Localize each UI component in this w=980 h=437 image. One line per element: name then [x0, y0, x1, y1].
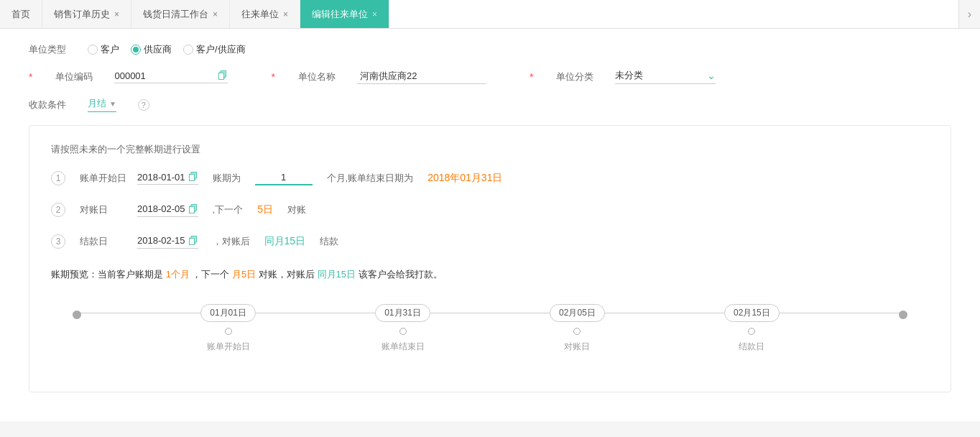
timeline-item-3: 02月15日 结款日: [724, 304, 780, 353]
tab-home[interactable]: 首页: [0, 0, 42, 28]
preview-mid1: ，下一个: [192, 269, 229, 280]
unit-code-label: 单位编码: [55, 70, 93, 83]
unit-code-field: 000001 🗍: [114, 70, 228, 83]
unit-name-input[interactable]: [357, 70, 486, 84]
period-num-1: 1: [51, 171, 65, 185]
cat-required-star: *: [530, 71, 533, 83]
radio-supplier-dot: [133, 47, 139, 52]
period-suffix-pre-2: ,下一个: [213, 203, 244, 216]
timeline-label-1: 账单结束日: [382, 341, 425, 353]
tab-partner-label: 往来单位: [241, 8, 279, 21]
radio-customer-label: 客户: [101, 43, 119, 56]
radio-supplier-circle: [131, 45, 141, 55]
preview-highlight2: 月5日: [232, 269, 256, 280]
tab-edit-partner-label: 编辑往来单位: [312, 8, 368, 21]
timeline-item-0: 01月01日 账单开始日: [200, 304, 256, 353]
preview-text: 账期预览：当前客户账期是 1个月 ，下一个 月5日 对账，对账后 同月15日 该…: [51, 266, 929, 282]
radio-both-circle: [183, 45, 193, 55]
period-cal-icon-1[interactable]: 🗍: [188, 171, 198, 183]
timeline-badge-3: 02月15日: [724, 304, 780, 322]
timeline-dot-1: [399, 328, 407, 335]
period-suffix-pre-3: ，对账后: [213, 235, 250, 248]
period-cal-icon-2[interactable]: 🗍: [188, 203, 198, 215]
unit-type-row: 单位类型 客户 供应商 客户/供应商: [29, 43, 951, 56]
timeline-label-2: 对账日: [564, 341, 590, 353]
timeline-dot-end-cap: [899, 310, 907, 319]
period-end-date-1: 2018年01月31日: [427, 172, 502, 185]
timeline-badge-2: 02月05日: [550, 304, 605, 322]
period-suffix-pre-1: 账期为: [213, 172, 241, 185]
payment-value: 月结: [88, 97, 106, 110]
payment-row: 收款条件 月结 ▼ ?: [29, 97, 951, 112]
preview-suffix: 该客户会给我打款。: [359, 269, 443, 280]
radio-both[interactable]: 客户/供应商: [183, 43, 246, 56]
period-row-1: 1 账单开始日 2018-01-01 🗍 账期为 个月,账单结束日期为 2018…: [51, 170, 929, 185]
period-suffix-post-2: 对账: [287, 203, 306, 216]
unit-category-dropdown[interactable]: 未分类 ⌄: [615, 69, 716, 84]
radio-customer[interactable]: 客户: [88, 43, 119, 56]
timeline-dot-3: [748, 328, 755, 335]
timeline-item-2: 02月05日 对账日: [550, 304, 605, 353]
period-label-3: 结款日: [80, 235, 123, 248]
period-highlight-3: 同月15日: [264, 235, 306, 248]
radio-both-label: 客户/供应商: [196, 43, 246, 56]
timeline-badge-1: 01月31日: [375, 304, 430, 322]
unit-name-label: 单位名称: [298, 70, 336, 83]
tab-cash-work-label: 钱货日清工作台: [143, 8, 208, 21]
tab-cash-work-close[interactable]: ×: [213, 9, 218, 19]
payment-label: 收款条件: [29, 98, 66, 111]
code-required-star: *: [29, 71, 32, 83]
period-highlight-2: 5日: [257, 203, 273, 216]
section-title: 请按照未来的一个完整帐期进行设置: [51, 143, 929, 156]
unit-code-input[interactable]: 000001: [114, 70, 215, 81]
unit-category-value: 未分类: [615, 69, 704, 82]
tab-edit-partner[interactable]: 编辑往来单位 ×: [300, 0, 389, 28]
unit-type-label: 单位类型: [29, 43, 66, 56]
tab-partner[interactable]: 往来单位 ×: [230, 0, 300, 28]
tab-more-arrow[interactable]: ›: [958, 0, 980, 28]
main-content: 单位类型 客户 供应商 客户/供应商 * 单位编码 000001 🗍: [0, 29, 980, 421]
unit-type-radio-group: 客户 供应商 客户/供应商: [88, 43, 246, 56]
period-label-1: 账单开始日: [80, 172, 123, 185]
unit-code-icon[interactable]: 🗍: [218, 70, 228, 81]
tab-partner-close[interactable]: ×: [283, 9, 288, 19]
tab-sales-history-label: 销售订单历史: [54, 8, 110, 21]
tab-cash-work[interactable]: 钱货日清工作台 ×: [131, 0, 230, 28]
payment-select[interactable]: 月结 ▼: [88, 97, 116, 112]
period-cal-icon-3[interactable]: 🗍: [188, 235, 198, 247]
name-required-star: *: [271, 71, 274, 83]
period-date-2: 2018-02-05 🗍: [137, 203, 198, 217]
period-months-input[interactable]: [255, 170, 313, 185]
period-suffix-post-3: 结款: [320, 235, 338, 248]
timeline-label-0: 账单开始日: [207, 341, 250, 353]
radio-customer-circle: [88, 45, 98, 55]
timeline-dot-2: [573, 328, 581, 335]
payment-arrow: ▼: [109, 100, 116, 108]
radio-supplier[interactable]: 供应商: [131, 43, 172, 56]
tab-sales-history-close[interactable]: ×: [114, 9, 119, 19]
timeline-items: 01月01日 账单开始日 01月31日 账单结束日 02月05日 对账日 02月…: [73, 304, 907, 353]
period-row-3: 3 结款日 2018-02-15 🗍 ，对账后同月15日 结款: [51, 234, 929, 249]
tab-edit-partner-close[interactable]: ×: [372, 9, 377, 19]
unit-category-label: 单位分类: [556, 70, 593, 83]
preview-highlight1: 1个月: [166, 269, 190, 280]
payment-help-icon[interactable]: ?: [138, 99, 149, 111]
tab-sales-history[interactable]: 销售订单历史 ×: [42, 0, 131, 28]
period-suffix-mid-1: 个月,账单结束日期为: [327, 172, 414, 185]
preview-prefix: 账期预览：当前客户账期是: [51, 269, 163, 280]
tab-bar: 首页 销售订单历史 × 钱货日清工作台 × 往来单位 × 编辑往来单位 × ›: [0, 0, 980, 29]
period-num-2: 2: [51, 203, 65, 217]
preview-highlight3: 同月15日: [318, 269, 356, 280]
timeline-container: 01月01日 账单开始日 01月31日 账单结束日 02月05日 对账日 02月…: [51, 297, 929, 374]
period-date-val-3: 2018-02-15: [137, 235, 185, 246]
timeline-dot-0: [225, 328, 232, 335]
unit-category-arrow: ⌄: [707, 70, 716, 81]
timeline-item-start-cap: [73, 304, 81, 319]
timeline-label-3: 结款日: [739, 341, 764, 353]
period-date-val-2: 2018-02-05: [137, 203, 185, 214]
section-card: 请按照未来的一个完整帐期进行设置 1 账单开始日 2018-01-01 🗍 账期…: [29, 125, 951, 392]
timeline-item-1: 01月31日 账单结束日: [375, 304, 430, 353]
preview-mid2: 对账，对账后: [259, 269, 315, 280]
radio-supplier-label: 供应商: [144, 43, 172, 56]
tab-home-label: 首页: [11, 8, 30, 21]
